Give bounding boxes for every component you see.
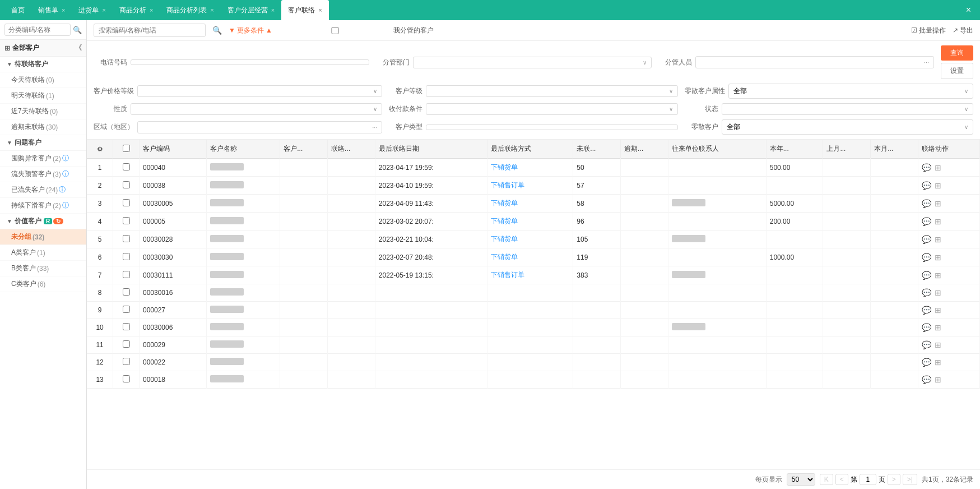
grid-action-icon[interactable]: ⊞ [935, 271, 941, 280]
last-method-link[interactable]: 下销货单 [491, 235, 518, 243]
customer-level-input[interactable]: ∨ [426, 85, 677, 97]
status-input[interactable]: ∨ [722, 103, 973, 115]
select-all-checkbox[interactable] [123, 145, 130, 152]
last-method-link[interactable]: 下销售订单 [491, 181, 524, 189]
last-method-link[interactable]: 下销货单 [491, 199, 518, 207]
more-icon[interactable]: ··· [924, 59, 929, 66]
first-page-button[interactable]: K [820, 474, 833, 485]
next-page-button[interactable]: > [888, 474, 900, 485]
more-conditions-button[interactable]: ▼ 更多条件 ▲ [229, 26, 272, 35]
sidebar-item-overdue[interactable]: 逾期未联络 (30) [0, 119, 86, 135]
close-purchase-icon[interactable]: × [102, 7, 105, 13]
chat-icon[interactable]: 💬 [922, 340, 931, 349]
tab-sales[interactable]: 销售单 × [31, 0, 72, 20]
grid-action-icon[interactable]: ⊞ [935, 306, 941, 315]
chat-icon[interactable]: 💬 [922, 375, 931, 384]
phone-input[interactable] [131, 59, 369, 65]
last-page-button[interactable]: >| [903, 474, 917, 485]
last-method-link[interactable]: 下销货单 [491, 163, 518, 171]
row-checkbox[interactable] [113, 230, 140, 248]
chat-icon[interactable]: 💬 [922, 323, 931, 332]
prev-page-button[interactable]: < [835, 474, 848, 485]
batch-op-button[interactable]: ☑ 批量操作 [911, 26, 946, 35]
grid-action-icon[interactable]: ⊞ [935, 340, 941, 349]
row-checkbox[interactable] [113, 177, 140, 195]
chat-icon[interactable]: 💬 [922, 271, 931, 280]
retail-attr-input[interactable]: 全部 ∨ [728, 84, 973, 99]
dept-input[interactable]: ∨ [413, 57, 652, 68]
sidebar-item-ungroup[interactable]: 未分组 (32) [0, 229, 86, 245]
sidebar-search-input[interactable] [4, 24, 71, 36]
price-level-input[interactable]: ∨ [137, 85, 382, 97]
tab-customer-contact[interactable]: 客户联络 × [281, 0, 328, 20]
col-checkbox[interactable] [113, 140, 140, 159]
close-sales-icon[interactable]: × [62, 7, 65, 13]
grid-action-icon[interactable]: ⊞ [935, 163, 941, 172]
chat-icon[interactable]: 💬 [922, 217, 931, 226]
close-customer-segment-icon[interactable]: × [271, 7, 275, 13]
chat-icon[interactable]: 💬 [922, 358, 931, 367]
sidebar-item-today[interactable]: 今天待联络 (0) [0, 72, 86, 88]
row-checkbox[interactable] [113, 319, 140, 336]
sidebar-group-pending[interactable]: ▼ 待联络客户 [0, 57, 86, 72]
grid-action-icon[interactable]: ⊞ [935, 217, 941, 226]
last-method-link[interactable]: 下销售订单 [491, 271, 524, 279]
grid-action-icon[interactable]: ⊞ [935, 323, 941, 332]
row-checkbox[interactable] [113, 195, 140, 213]
row-checkbox[interactable] [113, 371, 140, 389]
chat-icon[interactable]: 💬 [922, 181, 931, 190]
search-button[interactable]: 🔍 [212, 26, 222, 35]
tab-product-list[interactable]: 商品分析列表 × [160, 0, 220, 20]
customer-type-input[interactable] [426, 124, 677, 130]
tab-purchase[interactable]: 进货单 × [72, 0, 112, 20]
page-input[interactable] [860, 474, 876, 485]
manager-input[interactable]: ··· [695, 56, 934, 68]
row-checkbox[interactable] [113, 354, 140, 371]
close-customer-contact-icon[interactable]: × [318, 7, 322, 13]
sidebar-item-class-b[interactable]: B类客户 (33) [0, 261, 86, 276]
row-checkbox[interactable] [113, 213, 140, 230]
chat-icon[interactable]: 💬 [922, 288, 931, 297]
search-btn[interactable]: 查询 [941, 45, 973, 61]
grid-action-icon[interactable]: ⊞ [935, 235, 941, 244]
chat-icon[interactable]: 💬 [922, 235, 931, 244]
home-tab[interactable]: 首页 [4, 0, 31, 20]
reset-btn[interactable]: 设置 [941, 63, 973, 79]
close-all-button[interactable]: × [962, 5, 976, 15]
sidebar-search-icon[interactable]: 🔍 [73, 26, 82, 34]
grid-action-icon[interactable]: ⊞ [935, 375, 941, 384]
sidebar-item-class-a[interactable]: A类客户 (1) [0, 245, 86, 261]
chat-icon[interactable]: 💬 [922, 253, 931, 262]
last-method-link[interactable]: 下销货单 [491, 253, 518, 261]
nature-input[interactable]: ∨ [131, 103, 382, 115]
chat-icon[interactable]: 💬 [922, 199, 931, 208]
grid-action-icon[interactable]: ⊞ [935, 288, 941, 297]
last-method-link[interactable]: 下销货单 [491, 217, 518, 225]
search-input[interactable] [94, 24, 206, 37]
sidebar-group-value[interactable]: ▼ 价值客户 R ↻ [0, 214, 86, 229]
export-button[interactable]: ↗ 导出 [953, 26, 973, 35]
row-checkbox[interactable] [113, 266, 140, 284]
sidebar-item-7days[interactable]: 近7天待联络 (0) [0, 104, 86, 119]
my-customers-filter[interactable]: 我分管的客户 [279, 26, 434, 35]
settings-icon[interactable]: ⚙ [97, 145, 103, 153]
close-product-analysis-icon[interactable]: × [150, 7, 153, 13]
sidebar-item-lost[interactable]: 已流失客户 (24) ⓘ [0, 182, 86, 198]
sidebar-item-attrition-warning[interactable]: 流失预警客户 (3) ⓘ [0, 167, 86, 182]
region-input[interactable]: ··· [137, 121, 382, 133]
row-checkbox[interactable] [113, 248, 140, 266]
region-more-icon[interactable]: ··· [372, 124, 377, 131]
payment-input[interactable]: ∨ [426, 103, 677, 115]
tab-customer-segment[interactable]: 客户分层经营 × [221, 0, 281, 20]
tab-product-analysis[interactable]: 商品分析 × [113, 0, 160, 20]
sidebar-item-class-c[interactable]: C类客户 (6) [0, 276, 86, 292]
sidebar-group-problem[interactable]: ▼ 问题客户 [0, 135, 86, 151]
grid-action-icon[interactable]: ⊞ [935, 199, 941, 208]
grid-action-icon[interactable]: ⊞ [935, 358, 941, 367]
sidebar-item-declining[interactable]: 持续下滑客户 (2) ⓘ [0, 198, 86, 214]
row-checkbox[interactable] [113, 284, 140, 302]
grid-action-icon[interactable]: ⊞ [935, 181, 941, 190]
all-customers-header[interactable]: ⊞ 全部客户 《 [0, 40, 86, 57]
row-checkbox[interactable] [113, 159, 140, 177]
chat-icon[interactable]: 💬 [922, 306, 931, 315]
